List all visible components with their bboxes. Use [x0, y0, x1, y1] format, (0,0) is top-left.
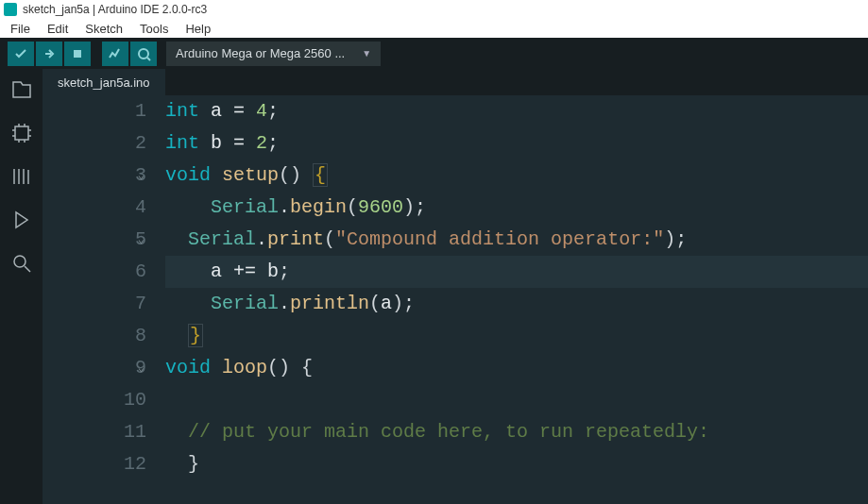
- tab-sketch[interactable]: sketch_jan5a.ino: [43, 69, 165, 95]
- editor-area: sketch_jan5a.ino 1 2 3⌄ 4 5⌄ 6 7 8 9⌄ 10…: [43, 69, 868, 504]
- window-title: sketch_jan5a | Arduino IDE 2.0.0-rc3: [23, 3, 207, 16]
- upload-button[interactable]: [36, 42, 62, 66]
- svg-rect-2: [15, 126, 28, 140]
- activity-bar: [0, 69, 43, 504]
- fold-icon[interactable]: ⌄: [138, 224, 145, 256]
- debug-icon[interactable]: [10, 209, 33, 231]
- boards-manager-icon[interactable]: [10, 122, 33, 144]
- serial-plotter-button[interactable]: [102, 42, 128, 66]
- serial-monitor-button[interactable]: [130, 42, 157, 66]
- search-icon[interactable]: [10, 252, 33, 275]
- svg-point-3: [14, 256, 26, 267]
- menu-help[interactable]: Help: [177, 22, 219, 36]
- library-manager-icon[interactable]: [10, 165, 33, 188]
- board-selector[interactable]: Arduino Mega or Mega 2560 ... ▼: [166, 42, 381, 66]
- fold-icon[interactable]: ⌄: [138, 352, 145, 384]
- board-selector-label: Arduino Mega or Mega 2560 ...: [176, 46, 345, 60]
- chevron-down-icon: ▼: [362, 48, 371, 59]
- menu-tools[interactable]: Tools: [131, 22, 177, 36]
- app-icon: [4, 3, 17, 16]
- code-editor[interactable]: 1 2 3⌄ 4 5⌄ 6 7 8 9⌄ 10 11 12 int a = 4;…: [43, 95, 868, 504]
- menu-sketch[interactable]: Sketch: [77, 22, 131, 36]
- main-area: sketch_jan5a.ino 1 2 3⌄ 4 5⌄ 6 7 8 9⌄ 10…: [0, 69, 868, 504]
- gutter: 1 2 3⌄ 4 5⌄ 6 7 8 9⌄ 10 11 12: [43, 95, 165, 504]
- menu-file[interactable]: File: [2, 22, 39, 36]
- code-content[interactable]: int a = 4; int b = 2; void setup() { Ser…: [165, 95, 868, 504]
- menu-bar: File Edit Sketch Tools Help: [0, 19, 868, 38]
- debug-button[interactable]: [64, 42, 91, 66]
- tab-row: sketch_jan5a.ino: [43, 69, 868, 95]
- svg-rect-0: [74, 50, 81, 58]
- verify-button[interactable]: [8, 42, 34, 66]
- svg-point-1: [139, 49, 148, 59]
- title-bar: sketch_jan5a | Arduino IDE 2.0.0-rc3: [0, 0, 868, 19]
- explorer-icon[interactable]: [10, 78, 33, 101]
- menu-edit[interactable]: Edit: [39, 22, 77, 36]
- fold-icon[interactable]: ⌄: [138, 160, 145, 192]
- toolbar: Arduino Mega or Mega 2560 ... ▼: [0, 38, 868, 69]
